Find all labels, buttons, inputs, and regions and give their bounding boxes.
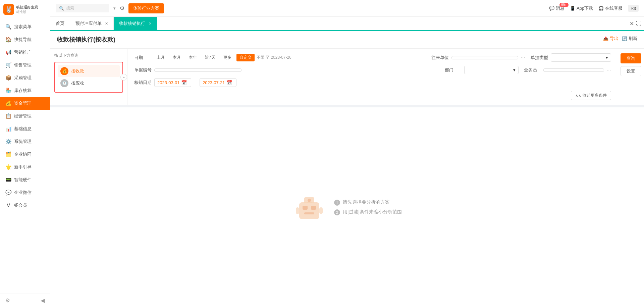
sidebar-collapse-btn[interactable]: ◀ <box>41 297 45 304</box>
topbar-search[interactable]: 🔍 搜索 <box>56 4 109 12</box>
topbar-dropdown-icon[interactable]: ▾ <box>113 6 116 11</box>
svg-rect-5 <box>319 207 323 214</box>
filter-row-1: 日期 上月 本月 本年 近7天 更多 自定义 不限 至 2023-07- <box>134 53 611 62</box>
counterparty-ellipsis-icon[interactable]: ··· <box>521 55 525 61</box>
tabbar-actions: ✕ ⛶ <box>627 17 644 30</box>
sidebar-item-system[interactable]: ⚙️ 系统管理 <box>0 135 50 148</box>
newbie-icon: 🌟 <box>5 164 11 170</box>
counterparty-input[interactable] <box>451 56 518 59</box>
app-logo: 🐰 畅捷通好生意 标准版 <box>0 0 50 19</box>
settings-btn[interactable]: 设置 <box>621 66 641 76</box>
page-header-actions: 📤 导出 🔄 刷新 <box>603 36 637 46</box>
svg-rect-3 <box>304 212 314 214</box>
wechat-icon: 💬 <box>5 190 11 196</box>
writeoff-date-start-input[interactable]: 2023-03-01 📅 <box>154 78 191 87</box>
doc-type-dropdown-icon: ▾ <box>606 55 608 60</box>
filter-row-2: 单据编号 部门 ▾ 业务员 <box>134 66 611 74</box>
tab-close-receipt[interactable]: ✕ <box>149 21 152 26</box>
search-icon: 🔍 <box>59 6 64 11</box>
sidebar-item-hardware[interactable]: 📟 智能硬件 <box>0 173 50 186</box>
date-btn-more[interactable]: 更多 <box>220 54 234 61</box>
message-btn[interactable]: 💬 消息 99+ <box>549 5 565 11</box>
sidebar-item-wechat[interactable]: 💬 企业微信 <box>0 186 50 199</box>
filter-by-receivable[interactable]: 🕐 按应收 <box>58 77 120 89</box>
main-area: 🔍 搜索 ▾ ⚙ 体验行业方案 💬 消息 99+ 📱 App下载 🎧 在线客服 … <box>50 0 644 307</box>
sidebar-item-inventory[interactable]: 🏪 库存核算 <box>0 84 50 97</box>
filter-left: 按以下方查询 💰 按收款 🕐 按应收 » <box>50 49 127 105</box>
empty-state: 1 请先选择要分析的方案 2 用[过滤]条件来缩小分析范围 <box>50 107 644 307</box>
sidebar-item-marketing[interactable]: 📢 营销推广 <box>0 46 50 59</box>
tab-close-all-icon[interactable]: ✕ <box>630 20 634 27</box>
sidebar-item-sales[interactable]: 🛒 销售管理 <box>0 59 50 71</box>
writeoff-date-end-input[interactable]: 2023-07-21 📅 <box>200 78 236 87</box>
doc-number-field: 单据编号 <box>134 67 439 73</box>
svg-rect-8 <box>307 202 312 203</box>
tab-receipt-offset[interactable]: 收款核销执行 ✕ <box>114 17 157 30</box>
settings-icon[interactable]: ⚙ <box>5 297 10 304</box>
tab-home[interactable]: 首页 <box>50 17 70 30</box>
date-range-text: 不限 至 2023-07-26 <box>257 55 291 60</box>
counterparty-label: 往来单位 <box>431 55 449 61</box>
user-menu[interactable]: Rit <box>628 5 639 12</box>
by-receivable-icon: 🕐 <box>60 79 68 87</box>
refresh-btn[interactable]: 🔄 刷新 <box>622 36 637 42</box>
tip-num-1: 1 <box>334 200 340 206</box>
sidebar-item-quick-nav[interactable]: 🏠 快捷导航 <box>0 33 50 46</box>
doc-type-field: 单据类型 ▾ <box>531 53 611 62</box>
page-header: 收款核销执行(按收款) 📤 导出 🔄 刷新 <box>50 31 644 49</box>
app-download-btn[interactable]: 📱 App下载 <box>570 5 593 11</box>
sidebar-item-vip[interactable]: Ⅴ 畅会员 <box>0 199 50 212</box>
sidebar-item-newbie[interactable]: 🌟 新手引导 <box>0 161 50 173</box>
filter-options-container: 💰 按收款 🕐 按应收 » <box>54 62 123 93</box>
quick-nav-icon: 🏠 <box>5 37 11 43</box>
doc-type-select[interactable]: ▾ <box>551 53 611 62</box>
topbar: 🔍 搜索 ▾ ⚙ 体验行业方案 💬 消息 99+ 📱 App下载 🎧 在线客服 … <box>50 0 644 17</box>
doc-number-input[interactable] <box>154 68 241 72</box>
export-btn[interactable]: 📤 导出 <box>603 36 619 42</box>
sidebar-item-purchase[interactable]: 📦 采购管理 <box>0 71 50 84</box>
svg-rect-2 <box>311 206 316 210</box>
purchase-icon: 📦 <box>5 75 11 81</box>
query-btn[interactable]: 查询 <box>621 53 641 63</box>
filter-collapse-btn[interactable]: » <box>120 74 127 81</box>
svg-rect-1 <box>303 206 308 210</box>
date-btn-this-year[interactable]: 本年 <box>186 54 200 61</box>
tab-prepay-offset[interactable]: 预付冲应付单 ✕ <box>70 17 114 30</box>
service-btn[interactable]: 🎧 在线客服 <box>598 5 623 11</box>
calendar-end-icon[interactable]: 📅 <box>226 80 232 85</box>
app-title: 畅捷通好生意 标准版 <box>16 5 38 14</box>
tab-expand-icon[interactable]: ⛶ <box>636 20 641 27</box>
date-btn-this-month[interactable]: 本月 <box>170 54 184 61</box>
department-select[interactable]: ▾ <box>464 66 519 74</box>
sidebar-item-basic-info[interactable]: 📊 基础信息 <box>0 122 50 135</box>
filter-by-receipt[interactable]: 💰 按收款 <box>58 65 120 77</box>
sidebar-item-operation[interactable]: 📋 经营管理 <box>0 110 50 122</box>
vip-icon: Ⅴ <box>5 202 11 208</box>
filter-right-wrapper: 日期 上月 本月 本年 近7天 更多 自定义 不限 至 2023-07- <box>127 49 644 105</box>
collapse-more-btn[interactable]: ∧∧ 收起更多条件 <box>571 91 611 100</box>
date-field: 日期 上月 本月 本年 近7天 更多 自定义 不限 至 2023-07- <box>134 54 426 61</box>
counterparty-field: 往来单位 ··· <box>431 55 525 61</box>
filter-row-3: 核销日期 2023-03-01 📅 — 2023-07-21 📅 <box>134 78 611 87</box>
solution-btn[interactable]: 体验行业方案 <box>128 3 164 13</box>
filter-panel: 按以下方查询 💰 按收款 🕐 按应收 » <box>50 49 644 105</box>
logo-icon: 🐰 <box>3 4 14 15</box>
hardware-icon: 📟 <box>5 177 11 183</box>
salesperson-input[interactable] <box>543 68 604 72</box>
filter-right: 日期 上月 本月 本年 近7天 更多 自定义 不限 至 2023-07- <box>127 49 618 105</box>
system-icon: ⚙️ <box>5 139 11 145</box>
empty-illustration <box>292 191 326 224</box>
sidebar-item-search-menu[interactable]: 🔍 搜索菜单 <box>0 20 50 33</box>
tip-num-2: 2 <box>334 209 340 215</box>
sidebar-nav: 🔍 搜索菜单 🏠 快捷导航 📢 营销推广 🛒 销售管理 📦 采购管理 🏪 库存核… <box>0 19 50 294</box>
salesperson-ellipsis-icon[interactable]: ··· <box>607 67 611 73</box>
date-btn-last-month[interactable]: 上月 <box>154 54 168 61</box>
calendar-start-icon[interactable]: 📅 <box>181 80 187 85</box>
date-btn-7days[interactable]: 近7天 <box>202 54 218 61</box>
tab-close-prepay[interactable]: ✕ <box>105 21 108 26</box>
sidebar-item-enterprise[interactable]: 🗂️ 企业协同 <box>0 148 50 161</box>
date-btn-custom[interactable]: 自定义 <box>236 54 255 61</box>
sidebar-item-capital[interactable]: 💰 资金管理 <box>0 97 50 110</box>
topbar-gear-icon[interactable]: ⚙ <box>120 5 124 11</box>
date-options: 上月 本月 本年 近7天 更多 自定义 不限 至 2023-07-26 <box>154 54 291 61</box>
